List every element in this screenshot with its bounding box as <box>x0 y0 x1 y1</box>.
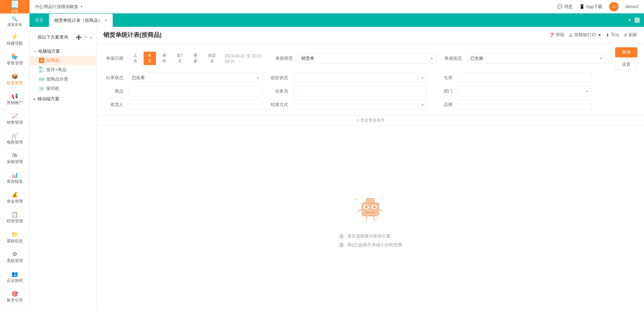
account-selector[interactable]: 办公用品行业模拟账套 ▼ <box>35 4 83 10</box>
sidebar-item-operations[interactable]: 📋 经营管理 <box>0 208 29 228</box>
print-btn[interactable]: 🖨 按模板打印 ▼ <box>569 32 602 38</box>
help-btn[interactable]: ❓ 帮助 <box>549 32 565 38</box>
export-btn[interactable]: ⬇ 导出 <box>606 32 620 38</box>
scheme-item-by-goods[interactable]: 按 按商品 <box>30 56 96 65</box>
dept-select[interactable]: ▼ <box>458 86 592 96</box>
scheme-item-by-category[interactable]: 分类 按商品分类 <box>30 74 96 84</box>
finance-icon: 💰 <box>0 192 29 198</box>
sidebar-item-quicknav[interactable]: ⚡ 快捷导航 <box>0 30 29 50</box>
warehouse-input[interactable]: ··· <box>458 73 592 83</box>
svg-rect-4 <box>373 206 375 208</box>
tab-sales-report[interactable]: 销货单统计表（按商品） ✕ <box>49 14 113 27</box>
query-button[interactable]: 查询 <box>615 47 637 57</box>
scheme-edit-btn[interactable]: ✎ <box>84 35 88 40</box>
sidebar-item-appcenter[interactable]: 🔧 应用中心 <box>0 307 29 310</box>
sidebar-item-ecommerce[interactable]: 🛒 电商管理 <box>0 129 29 149</box>
empty-state: ✦ ✦ ✦ 1 请先选择要分析的方案 2 用[过滤]条件来缩小分析范围 <box>97 125 644 310</box>
sidebar-item-sales[interactable]: 📈 销售管理 <box>0 109 29 129</box>
topbar-actions: 💬 消息 📱 App下载 E demo2 <box>557 2 639 11</box>
sidebar-item-search[interactable]: 🔍 搜索菜单 <box>0 13 29 30</box>
sidebar-item-marketing[interactable]: 📢 营销推广 <box>0 90 29 109</box>
svg-line-6 <box>359 209 362 211</box>
tree-group-pc-header[interactable]: ▼ 电脑端方案 <box>30 47 96 56</box>
tabbar-end: ✕ ⬜ <box>628 17 644 23</box>
tab-home[interactable]: 首页 <box>30 13 49 27</box>
avatar-text: E <box>612 4 615 9</box>
sidebar-item-collab[interactable]: 👥 企业协同 <box>0 267 29 287</box>
operations-icon: 📋 <box>0 211 29 218</box>
app-download-btn[interactable]: 📱 App下载 <box>579 4 602 10</box>
salesperson-input[interactable]: ··· <box>293 86 427 96</box>
print-chevron: ▼ <box>597 33 602 38</box>
sidebar-item-purchase[interactable]: 🛍 采购管理 <box>0 149 29 168</box>
outstatus-value: 已出库 <box>132 75 145 81</box>
action-buttons: 查询 设置 <box>611 47 637 69</box>
brand-input[interactable]: ··· <box>458 100 592 110</box>
settlement-select[interactable]: ▼ <box>293 100 427 110</box>
mobile-expand-icon: ▶ <box>34 97 36 101</box>
scheme-panel-actions: ➕ ✎ « <box>76 35 92 40</box>
settlement-chevron: ▼ <box>421 103 424 107</box>
date-btn-custom[interactable]: 自定义 <box>204 52 220 65</box>
basicinfo-icon: 📁 <box>0 231 29 238</box>
docstatus-chevron: ▼ <box>599 57 603 60</box>
logo-text: 标账 <box>11 9 18 13</box>
guide-icon: 🎯 <box>0 291 29 297</box>
message-btn[interactable]: 💬 消息 <box>557 4 573 10</box>
filter-doctype-row: 单据类型 销货单 ▼ <box>273 47 437 69</box>
empty-tips: 1 请先选择要分析的方案 2 用[过滤]条件来缩小分析范围 <box>338 233 402 248</box>
scheme-tree: ▼ 电脑端方案 按 按商品 按月 按月+商品 分类 按商品分类 <box>30 45 96 105</box>
date-btn-lastmonth[interactable]: 上月 <box>129 52 142 65</box>
sidebar-item-guide[interactable]: 🎯 新手引导 <box>0 287 29 307</box>
main-area: 办公用品行业模拟账套 ▼ 💬 消息 📱 App下载 E demo2 首页 销货单… <box>30 0 644 310</box>
account-selector-chevron: ▼ <box>80 5 83 8</box>
user-avatar[interactable]: E <box>609 2 619 11</box>
receiver-more: ··· <box>132 102 135 107</box>
docstatus-label: 单据状态 <box>442 55 462 61</box>
scheme-item-icon-driver: 司 <box>39 86 44 91</box>
sidebar-item-system[interactable]: ⚙ 系统管理 <box>0 248 29 267</box>
sidebar-item-inventory[interactable]: 📊 库存核算 <box>0 168 29 188</box>
sidebar-item-wholesale[interactable]: 📦 批发管理 <box>0 70 29 90</box>
scheme-add-btn[interactable]: ➕ <box>76 35 82 40</box>
outstatus-select[interactable]: 已出库 ▼ <box>129 73 263 83</box>
goods-more: ··· <box>132 89 135 94</box>
receiver-input[interactable]: ··· <box>129 100 263 110</box>
brand-label: 品牌 <box>432 102 452 108</box>
docstatus-select[interactable]: 已生效 ▼ <box>467 53 606 63</box>
inventory-icon: 📊 <box>0 172 29 178</box>
date-btn-more[interactable]: 更多 <box>189 52 202 65</box>
sidebar-logo[interactable]: 🧾 标账 <box>0 0 30 13</box>
account-name: 办公用品行业模拟账套 <box>35 4 78 10</box>
goods-input[interactable]: ··· <box>129 86 263 96</box>
tree-group-pc: ▼ 电脑端方案 按 按商品 按月 按月+商品 分类 按商品分类 <box>30 46 96 94</box>
scheme-collapse-btn[interactable]: « <box>90 35 92 40</box>
scheme-item-by-driver[interactable]: 司 按司机 <box>30 84 96 93</box>
tab-close-all-btn[interactable]: ✕ <box>628 17 632 23</box>
filter-docstatus-row: 单据状态 已生效 ▼ <box>442 47 606 69</box>
collectstatus-chevron: ▼ <box>421 76 424 80</box>
date-btn-7days[interactable]: 近7天 <box>173 52 187 65</box>
svg-rect-3 <box>365 206 367 208</box>
tree-group-mobile-header[interactable]: ▶ 移动端方案 <box>30 95 96 103</box>
sidebar-item-finance[interactable]: 💰 资金管理 <box>0 188 29 208</box>
doctype-chevron: ▼ <box>430 57 433 60</box>
collapse-bar[interactable]: ∧ 收起更多条件 <box>97 115 644 125</box>
settings-button[interactable]: 设置 <box>615 59 637 69</box>
sidebar-item-retail[interactable]: 🏪 零售管理 <box>0 50 29 70</box>
username: demo2 <box>625 4 639 9</box>
collectstatus-select[interactable]: ▼ <box>293 73 427 83</box>
refresh-btn[interactable]: ↺ 刷新 <box>624 32 637 38</box>
export-icon: ⬇ <box>606 33 609 38</box>
tab-close-btn[interactable]: ✕ <box>104 18 107 23</box>
quicknav-icon: ⚡ <box>0 34 29 40</box>
tab-maximize-btn[interactable]: ⬜ <box>634 17 640 23</box>
doctype-select[interactable]: 销货单 ▼ <box>298 53 437 63</box>
date-btn-thismonth[interactable]: 本月 <box>144 52 156 65</box>
sidebar-item-basicinfo[interactable]: 📁 基础信息 <box>0 228 29 248</box>
collab-icon: 👥 <box>0 271 29 277</box>
date-btn-thisyear[interactable]: 本年 <box>158 52 171 65</box>
scheme-item-by-month-goods[interactable]: 按月 按月+商品 <box>30 65 96 74</box>
svg-line-7 <box>379 209 382 211</box>
filter-row3: 商品 ··· 业务员 ··· 部门 <box>103 86 637 96</box>
